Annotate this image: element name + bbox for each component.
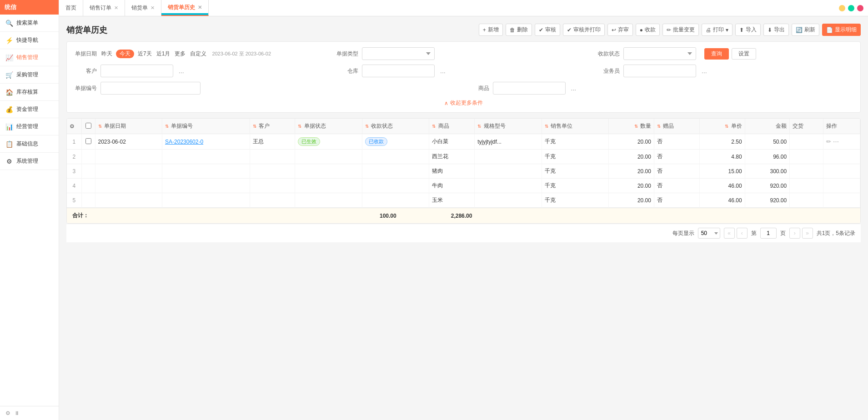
spec-type-col-header[interactable]: ⇅ 规格型号 [475,119,542,134]
sidebar-item-purchase-mgmt[interactable]: 🛒 采购管理 [0,66,59,84]
row-doc-date: 2023-06-02 [95,134,162,150]
row-checkbox[interactable] [81,193,95,208]
sidebar-item-ops-mgmt[interactable]: 📊 经营管理 [0,118,59,135]
action-buttons: ✏ ⋯ [826,138,857,145]
next-page-button[interactable]: › [789,228,800,239]
customer-dots[interactable]: ... [179,67,184,75]
tab-sales-order-close[interactable]: ✕ [114,5,118,11]
goods-input[interactable] [493,82,566,95]
row-checkbox[interactable] [81,179,95,193]
tab-sales-history[interactable]: 销货单历史 ✕ [161,0,209,16]
row-actions [823,179,860,193]
unit-price-col-header[interactable]: ⇅ 单价 [699,119,745,134]
doc-date-col-header[interactable]: ⇅ 单据日期 [95,119,162,134]
audit-button[interactable]: ✔ 审核 [535,24,560,36]
edit-action-icon[interactable]: ✏ [826,138,831,145]
row-quantity: 20.00 [609,134,654,150]
first-page-button[interactable]: « [724,228,735,239]
abandon-button[interactable]: ↩ 弃审 [607,24,633,36]
sidebar-item-quick-nav[interactable]: ⚡ 快捷导航 [0,32,59,49]
doc-no-input[interactable] [100,82,201,95]
checkbox-col-header[interactable] [81,119,95,134]
row-checkbox[interactable] [81,134,95,150]
goods-col-header[interactable]: ⇅ 商品 [429,119,475,134]
goods-dots[interactable]: ... [571,85,577,92]
salesperson-input[interactable] [623,65,696,77]
sidebar-item-base-info[interactable]: 📋 基础信息 [0,135,59,153]
quantity-col-header[interactable]: ⇅ 数量 [609,119,654,134]
salesperson-dots[interactable]: ... [702,67,707,75]
row-doc-no[interactable]: SA-20230602-0 [162,134,250,150]
page-title: 销货单历史 [66,25,475,35]
customer-input[interactable] [100,65,173,77]
page-input[interactable] [760,228,777,239]
page-size-select[interactable]: 50 100 [698,228,720,239]
minimize-button[interactable] [839,5,845,11]
delete-button[interactable]: 🗑 删除 [506,24,532,36]
sidebar-item-sales-mgmt[interactable]: 📈 销售管理 [0,49,59,66]
collapse-button[interactable]: ∧ 收起更多条件 [74,99,853,107]
payment-status-select[interactable] [623,47,696,60]
transaction-col-header[interactable]: 交货 [790,119,823,134]
row-quantity: 20.00 [609,164,654,179]
tab-sales-goods-close[interactable]: ✕ [151,5,155,11]
row-select-checkbox[interactable] [85,138,91,144]
add-button[interactable]: + 新增 [479,24,503,36]
doc-no-link[interactable]: SA-20230602-0 [165,139,203,145]
filter-panel: 单据日期 昨天 今天 近7天 近1月 更多 自定义 2023-06-02 至 2… [66,41,861,113]
payment-status-col-header[interactable]: ⇅ 收款状态 [362,119,429,134]
shortcut-7days[interactable]: 近7天 [137,50,153,58]
row-customer: 王总 [250,134,295,150]
add-label: 新增 [488,26,499,34]
sidebar-item-system-mgmt[interactable]: ⚙ 系统管理 [0,153,59,170]
sales-unit-col-header[interactable]: ⇅ 销售单位 [542,119,608,134]
shortcut-more[interactable]: 更多 [174,50,186,58]
collect-button[interactable]: ● 收款 [636,24,660,36]
refresh-button[interactable]: 🔄 刷新 [792,24,819,36]
gift-col-header[interactable]: ⇅ 赠品 [654,119,699,134]
sidebar-item-inventory-calc[interactable]: 🏠 库存核算 [0,84,59,101]
sidebar-item-search-menu[interactable]: 🔍 搜索菜单 [0,15,59,32]
more-action-icon[interactable]: ⋯ [833,138,839,145]
sidebar-item-finance-mgmt[interactable]: 💰 资金管理 [0,101,59,118]
query-button[interactable]: 查询 [704,48,729,60]
doc-no-col-header[interactable]: ⇅ 单据编号 [162,119,250,134]
row-checkbox[interactable] [81,150,95,164]
warehouse-dots[interactable]: ... [440,67,446,75]
shortcut-custom[interactable]: 自定义 [189,50,207,58]
row-goods: 西兰花 [429,150,475,164]
settings-button[interactable]: 设置 [732,48,756,60]
warehouse-input[interactable] [362,65,435,77]
prev-page-button[interactable]: ‹ [737,228,748,239]
audit-print-label: 审核并打印 [573,26,601,34]
tab-sales-history-close[interactable]: ✕ [198,5,202,10]
row-doc-status [295,150,362,164]
last-page-button[interactable]: » [802,228,813,239]
select-all-checkbox[interactable] [85,123,91,129]
sidebar-logo: 统信 [0,0,59,15]
import-icon: ⬆ [739,27,744,33]
settings-col-header[interactable]: ⚙ [67,119,81,134]
import-button[interactable]: ⬆ 导入 [735,24,761,36]
tab-home[interactable]: 首页 [59,0,83,16]
row-checkbox[interactable] [81,164,95,179]
export-button[interactable]: ⬇ 导出 [763,24,789,36]
tab-sales-goods[interactable]: 销货单 ✕ [125,0,161,16]
amount-col-header[interactable]: 金额 [745,119,790,134]
shortcut-today[interactable]: 今天 [116,50,134,58]
settings-gear-icon[interactable]: ⚙ [70,123,75,130]
batch-change-button[interactable]: ✏ 批量变更 [662,24,699,36]
show-detail-button[interactable]: 📄 显示明细 [822,24,861,36]
tab-sales-order[interactable]: 销售订单 ✕ [83,0,125,16]
close-button[interactable] [857,5,863,11]
payment-status-sort-icon: ⇅ [365,124,369,129]
customer-col-header[interactable]: ⇅ 客户 [250,119,295,134]
doc-type-select[interactable] [362,47,435,60]
maximize-button[interactable] [848,5,854,11]
doc-status-col-header[interactable]: ⇅ 单据状态 [295,119,362,134]
shortcut-1month[interactable]: 近1月 [156,50,171,58]
audit-print-button[interactable]: ✔ 审核并打印 [563,24,605,36]
sidebar-item-label: 搜索菜单 [16,19,38,27]
print-button[interactable]: 🖨 打印 ▾ [702,24,733,36]
shortcut-yesterday[interactable]: 昨天 [100,50,113,58]
